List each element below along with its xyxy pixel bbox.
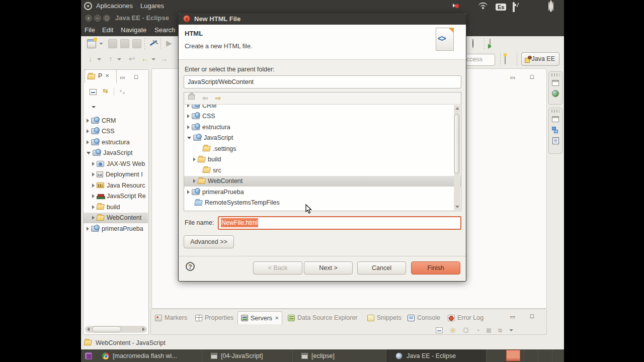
dialog-tree-item-settings[interactable]: .settings xyxy=(184,143,461,154)
battery-icon[interactable] xyxy=(513,0,515,12)
vertical-scrollbar[interactable] xyxy=(454,105,460,210)
palette-view-icon[interactable] xyxy=(552,90,559,97)
dialog-tree-item-css[interactable]: CSS xyxy=(184,111,461,122)
new-dropdown-icon[interactable] xyxy=(99,43,103,45)
tree-item-build[interactable]: build xyxy=(84,202,148,213)
window-close-button[interactable]: x xyxy=(85,15,92,22)
help-icon[interactable]: ? xyxy=(186,262,195,271)
view-menu-icon[interactable] xyxy=(509,329,513,331)
tree-item-primeraprueba[interactable]: primeraPrueba xyxy=(84,223,148,234)
drag-handle[interactable] xyxy=(551,110,559,113)
home-icon[interactable] xyxy=(188,95,195,100)
tab-close-icon[interactable]: ✕ xyxy=(105,73,109,78)
window-maximize-button[interactable]: ◻ xyxy=(103,15,110,22)
tab-servers[interactable]: Servers✕ xyxy=(237,311,282,324)
window-minimize-button[interactable]: – xyxy=(94,15,101,22)
print-button[interactable] xyxy=(132,39,141,48)
tree-item-deployment[interactable]: Deployment I xyxy=(84,169,148,180)
tree-item-java-resources[interactable]: Java Resourc xyxy=(84,180,148,191)
maximize-view-icon[interactable]: ◻ xyxy=(134,73,138,80)
taskbar-item-04-javascript[interactable]: [04-JavaScript] xyxy=(211,349,286,362)
tree-item-css[interactable]: CSS xyxy=(84,126,148,137)
dialog-tree-item-webcontent[interactable]: WebContent xyxy=(184,176,461,187)
restore-view-icon[interactable] xyxy=(552,116,559,122)
view-menu-icon[interactable] xyxy=(92,106,96,108)
last-edit-location-button[interactable]: ↩ xyxy=(127,54,136,63)
dialog-tree-item-estructura[interactable]: estructura xyxy=(184,122,461,133)
forward-button[interactable]: → xyxy=(159,54,169,63)
settings-gear-icon[interactable] xyxy=(549,0,552,12)
link-with-editor-icon[interactable]: ⇆ xyxy=(103,87,108,95)
back-dropdown-icon[interactable] xyxy=(151,58,155,60)
tab-markers[interactable]: Markers xyxy=(155,311,187,324)
task-list-view-icon[interactable] xyxy=(552,137,559,144)
taskbar-item-java-ee-eclipse[interactable]: Java EE - Eclipse xyxy=(387,349,487,362)
dialog-tree-item-javascript[interactable]: JavaScript xyxy=(184,133,461,144)
tab-close-icon[interactable]: ✕ xyxy=(275,315,279,321)
filters-icon[interactable] xyxy=(119,89,126,95)
dialog-tree-item-remotesystems[interactable]: RemoteSystemsTempFiles xyxy=(184,198,461,209)
debug-server-icon[interactable] xyxy=(450,327,456,333)
taskbar-item-eclipse-terminal[interactable]: [eclipse] xyxy=(301,349,362,362)
start-server-icon[interactable] xyxy=(463,327,469,333)
export-dropdown-icon[interactable] xyxy=(117,58,121,60)
save-button[interactable] xyxy=(108,39,117,48)
save-all-button[interactable] xyxy=(120,39,129,48)
tab-properties[interactable]: Properties xyxy=(195,311,233,324)
export-button[interactable]: ↑ xyxy=(106,54,115,63)
outline-view-icon[interactable] xyxy=(552,126,559,133)
tab-data-source-explorer[interactable]: Data Source Explorer xyxy=(288,311,358,324)
debug-button[interactable]: ▶ xyxy=(165,39,174,48)
tab-project-explorer[interactable]: P ✕ xyxy=(85,69,117,83)
perspective-java-ee-button[interactable]: Java EE xyxy=(521,52,559,66)
tree-item-webcontent[interactable]: WebContent xyxy=(84,213,148,224)
tree-item-javascript-resources[interactable]: JavaScript Re xyxy=(84,191,148,202)
dialog-close-button[interactable]: x xyxy=(183,15,190,22)
back-button[interactable]: < Back xyxy=(253,261,302,275)
advanced-button[interactable]: Advanced >> xyxy=(184,235,234,248)
tree-item-crm[interactable]: CRM xyxy=(84,115,148,126)
finish-button[interactable]: Finish xyxy=(411,261,460,275)
dialog-tree-item-src[interactable]: src xyxy=(184,165,461,176)
deploy-icon[interactable] xyxy=(490,39,499,48)
menu-lugares[interactable]: Lugares xyxy=(137,0,167,12)
import-button[interactable]: ↓ xyxy=(86,54,95,63)
minimize-view-icon[interactable]: ▭ xyxy=(120,74,125,81)
restore-view-icon[interactable] xyxy=(552,80,559,86)
workspace-switcher-icon[interactable] xyxy=(85,349,92,362)
dialog-tree-item-build[interactable]: build xyxy=(184,154,461,165)
publish-icon[interactable]: ⧉ xyxy=(498,327,502,334)
collapse-all-icon[interactable] xyxy=(90,89,97,95)
window-thumbnail[interactable] xyxy=(506,350,520,361)
minimize-panel-icon[interactable]: ▭ xyxy=(510,313,515,320)
dialog-tree-item-crm[interactable]: CRM xyxy=(184,105,461,111)
menu-navigate[interactable]: Navigate xyxy=(121,24,146,36)
open-perspective-button[interactable] xyxy=(505,55,514,64)
menu-edit[interactable]: Edit xyxy=(102,24,113,36)
back-button[interactable]: ← xyxy=(140,54,149,63)
dialog-titlebar[interactable]: x New HTML File xyxy=(179,13,466,25)
tab-console[interactable]: Console xyxy=(408,311,440,324)
menu-search[interactable]: Search xyxy=(154,24,175,36)
next-button[interactable]: Next > xyxy=(304,261,353,275)
cancel-button[interactable]: Cancel xyxy=(357,261,406,275)
parent-folder-input[interactable]: JavaScript/WebContent xyxy=(184,75,461,88)
collapse-all-icon[interactable] xyxy=(436,327,443,333)
horizontal-scrollbar[interactable] xyxy=(85,326,147,333)
drag-handle[interactable] xyxy=(551,73,559,76)
dialog-tree-item-primeraprueba[interactable]: primeraPrueba xyxy=(184,187,461,198)
tree-item-jaxws[interactable]: JAX-WS Web xyxy=(84,158,148,169)
forward-arrow-icon[interactable]: ⇨ xyxy=(215,94,221,102)
maximize-editor-icon[interactable]: ◻ xyxy=(530,73,534,80)
back-arrow-icon[interactable]: ⇦ xyxy=(202,94,208,102)
ubuntu-logo-icon[interactable] xyxy=(84,2,92,10)
taskbar-item-flash[interactable]: [macromedia flash wi... xyxy=(102,349,200,362)
menu-file[interactable]: File xyxy=(85,24,95,36)
import-dropdown-icon[interactable] xyxy=(97,58,101,60)
keyboard-layout-indicator[interactable]: Es xyxy=(496,4,506,11)
tab-error-log[interactable]: Error Log xyxy=(448,311,484,324)
tab-snippets[interactable]: Snippets xyxy=(367,311,401,324)
minimize-editor-icon[interactable]: ▭ xyxy=(510,74,515,81)
profile-server-icon[interactable]: ◔ xyxy=(476,327,479,333)
web-browser-icon[interactable] xyxy=(472,39,481,48)
